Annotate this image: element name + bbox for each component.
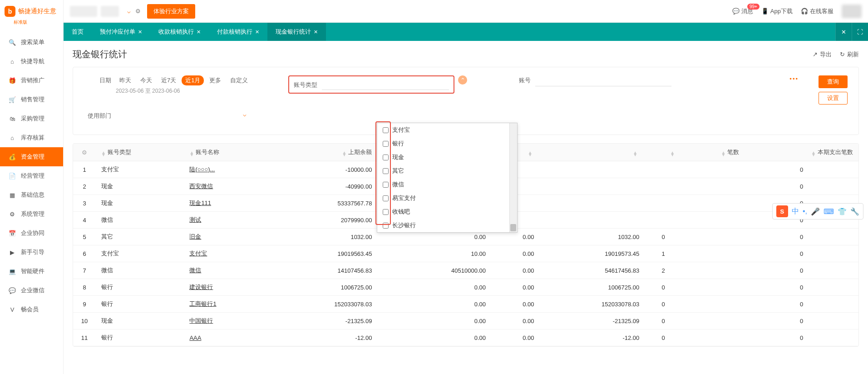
account-name-link[interactable]: AAA (189, 334, 201, 341)
option-checkbox[interactable] (383, 141, 389, 147)
account-name-link[interactable]: 工商银行1 (189, 300, 216, 307)
sidebar-item-grid[interactable]: ▦基础信息 (0, 185, 63, 204)
settings-button[interactable]: 设置 (819, 92, 848, 105)
app-download-link[interactable]: 📱 App下载 (761, 7, 793, 15)
ime-mic-icon[interactable]: 🎤 (811, 207, 820, 216)
expand-button[interactable]: ⛶ (852, 23, 868, 41)
tab[interactable]: 收款核销执行✕ (150, 23, 209, 41)
scrollbar-thumb[interactable] (510, 224, 516, 231)
sidebar-item-money[interactable]: 💰资金管理 (0, 147, 63, 166)
option-checkbox[interactable] (383, 127, 389, 133)
sort-icon[interactable]: ▲▼ (811, 151, 816, 156)
account-name-link[interactable]: 现金111 (189, 199, 211, 206)
tab[interactable]: 首页 (64, 23, 92, 41)
option-checkbox[interactable] (383, 209, 389, 215)
dept-selector[interactable]: ⌵ (116, 111, 247, 118)
ime-logo-icon[interactable]: S (776, 205, 788, 217)
close-tab-button[interactable]: ✕ (835, 23, 852, 41)
refresh-button[interactable]: ↻刷新 (840, 50, 859, 59)
sort-icon[interactable]: ▲▼ (633, 151, 637, 156)
close-icon[interactable]: ✕ (255, 29, 259, 35)
tab[interactable]: 现金银行统计✕ (267, 23, 326, 41)
account-name-link[interactable]: 测试 (189, 216, 201, 223)
date-chip[interactable]: 近7天 (158, 75, 180, 85)
sidebar-item-chip[interactable]: 💻智能硬件 (0, 262, 63, 281)
date-chip[interactable]: 近1月 (182, 75, 204, 85)
account-name-link[interactable]: 支付宝 (189, 250, 207, 257)
sort-icon[interactable]: ▲▼ (528, 151, 533, 156)
sidebar-item-calendar[interactable]: 📅企业协同 (0, 224, 63, 243)
close-icon[interactable]: ✕ (197, 29, 201, 35)
column-header[interactable]: ▲▼ (645, 144, 682, 161)
date-chip[interactable]: 昨天 (116, 75, 135, 85)
date-chip[interactable]: 更多 (206, 75, 225, 85)
sidebar-item-vip[interactable]: V畅会员 (0, 300, 63, 319)
sort-icon[interactable]: ▲▼ (670, 151, 675, 156)
sidebar-item-search[interactable]: 🔍搜索菜单 (0, 33, 63, 52)
avatar[interactable] (842, 5, 862, 18)
date-chip[interactable]: 今天 (137, 75, 156, 85)
account-input[interactable] (535, 75, 671, 86)
support-link[interactable]: 🎧 在线客服 (801, 7, 833, 15)
dropdown-option[interactable]: 收钱吧 (377, 205, 517, 219)
account-name-link[interactable]: 中国银行 (189, 317, 213, 324)
sort-icon[interactable]: ▲▼ (721, 151, 725, 156)
ime-skin-icon[interactable]: 👕 (838, 207, 847, 216)
option-checkbox[interactable] (383, 195, 389, 201)
sidebar-item-gear[interactable]: ⚙系统管理 (0, 204, 63, 224)
column-header[interactable]: ⚙ (73, 144, 96, 161)
sidebar-item-bag[interactable]: 🛍采购管理 (0, 109, 63, 128)
sidebar-item-play[interactable]: ▶新手引导 (0, 243, 63, 262)
column-header[interactable]: ▲▼笔数 (682, 144, 745, 161)
gear-icon[interactable]: ⚙ (82, 149, 87, 156)
ime-toolbox-icon[interactable]: 🔧 (850, 207, 859, 216)
query-button[interactable]: 查询 (819, 75, 848, 88)
column-header[interactable]: ▲▼本期支出笔数 (745, 144, 858, 161)
sidebar-item-doc[interactable]: 📄经营管理 (0, 166, 63, 185)
account-name-link[interactable]: 微信 (189, 267, 201, 274)
sidebar-item-gift[interactable]: 🎁营销推广 (0, 71, 63, 90)
sidebar-item-chat[interactable]: 💬企业微信 (0, 281, 63, 300)
dropdown-option[interactable]: 其它 (377, 164, 517, 178)
date-chip[interactable]: 自定义 (227, 75, 252, 85)
account-type-filter[interactable]: 账号类型 (288, 75, 454, 94)
industry-plan-button[interactable]: 体验行业方案 (147, 4, 195, 19)
option-checkbox[interactable] (383, 155, 389, 160)
dropdown-option[interactable]: 易宝支付 (377, 191, 517, 205)
tab[interactable]: 预付冲应付单✕ (92, 23, 150, 41)
dropdown-option[interactable]: 支付宝 (377, 123, 517, 137)
option-checkbox[interactable] (383, 168, 389, 174)
account-name-link[interactable]: 西安微信 (189, 183, 213, 189)
tab[interactable]: 付款核销执行✕ (209, 23, 267, 41)
sort-icon[interactable]: ▲▼ (189, 151, 194, 156)
messages-link[interactable]: 💬 消息 99+ (732, 7, 753, 15)
sidebar-item-box[interactable]: ⌂库存核算 (0, 128, 63, 147)
sidebar-item-cart[interactable]: 🛒销售管理 (0, 90, 63, 109)
ime-punct-icon[interactable]: •, (803, 207, 807, 215)
dropdown-option[interactable]: 银行 (377, 137, 517, 150)
account-type-input[interactable] (322, 79, 449, 90)
column-header[interactable]: ▲▼ (540, 144, 645, 161)
dropdown-option[interactable]: 微信 (377, 178, 517, 191)
option-checkbox[interactable] (383, 182, 389, 188)
close-icon[interactable]: ✕ (314, 29, 318, 35)
sort-icon[interactable]: ▲▼ (101, 151, 106, 156)
column-header[interactable]: ▲▼账号类型 (96, 144, 184, 161)
sort-icon[interactable]: ▲▼ (342, 151, 347, 156)
sidebar-item-home[interactable]: ⌂快捷导航 (0, 52, 63, 71)
more-filters-icon[interactable]: ••• (789, 75, 799, 82)
option-checkbox[interactable] (383, 223, 389, 229)
close-icon[interactable]: ✕ (138, 29, 142, 35)
ime-keyboard-icon[interactable]: ⌨ (824, 207, 834, 216)
account-name-link[interactable]: 陆(○○○)... (189, 166, 215, 173)
export-button[interactable]: ↗导出 (813, 50, 832, 59)
account-name-link[interactable]: 建设银行 (189, 284, 213, 290)
company-selector[interactable]: ⌵ (70, 6, 135, 17)
dropdown-option[interactable]: 现金 (377, 150, 517, 164)
account-name-link[interactable]: 旧金 (189, 233, 201, 240)
ime-lang[interactable]: 中 (792, 207, 799, 216)
column-header[interactable]: ▲▼上期余额 (272, 144, 378, 161)
scrollbar[interactable] (509, 123, 517, 232)
dropdown-option[interactable]: 长沙银行 (377, 219, 517, 232)
column-header[interactable]: ▲▼账号名称 (184, 144, 272, 161)
